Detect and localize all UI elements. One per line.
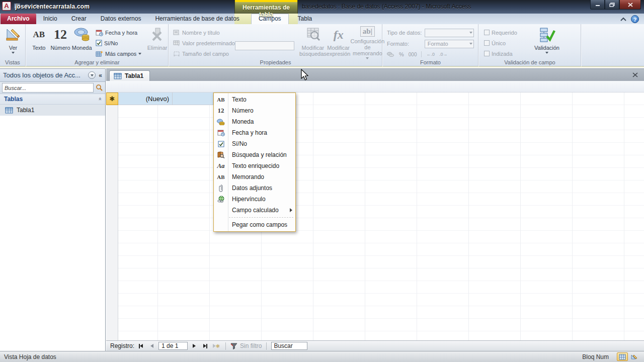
document-close-icon[interactable] xyxy=(631,71,639,79)
tab-archivo[interactable]: Archivo xyxy=(1,14,36,24)
cell-id-new[interactable]: (Nuevo) xyxy=(118,93,173,105)
unico-checkbox[interactable]: Único xyxy=(484,38,530,48)
nav-group-label: Tablas xyxy=(4,96,98,103)
texto-button[interactable]: AB Texto xyxy=(28,24,50,57)
checkbox-icon xyxy=(484,51,490,56)
datasheet-view-button[interactable] xyxy=(617,352,628,361)
tamano-campo-button[interactable]: Tamaño del campo xyxy=(173,48,235,59)
menu-item-fecha-hora[interactable]: Fecha y hora xyxy=(214,127,295,138)
tab-herramientas-bd[interactable]: Herramientas de base de datos xyxy=(148,14,246,24)
window-controls xyxy=(590,0,641,10)
close-button[interactable] xyxy=(619,0,641,10)
minimize-button[interactable] xyxy=(590,0,605,10)
design-view-button[interactable] xyxy=(629,352,640,361)
divider xyxy=(225,342,226,350)
nombre-titulo-label: Nombre y título xyxy=(182,30,220,36)
expression-fx-icon: fx xyxy=(334,26,344,43)
first-record-button[interactable] xyxy=(136,342,145,350)
yes-no-icon xyxy=(214,141,228,147)
new-record-asterisk-icon: ✱ xyxy=(110,95,115,103)
modificar-expresion-button[interactable]: fx Modificar expresión xyxy=(327,24,351,57)
record-position-box[interactable]: 1 de 1 xyxy=(158,342,188,350)
valor-predeterminado-label: Valor predeterminado xyxy=(182,40,235,46)
increase-decimals-icon[interactable]: ←.0 xyxy=(426,52,435,57)
eliminar-label: Eliminar xyxy=(147,45,168,51)
requerido-checkbox[interactable]: Requerido xyxy=(484,27,530,38)
menu-item-moneda[interactable]: Moneda xyxy=(214,116,295,127)
lookup-icon xyxy=(214,151,228,158)
default-value-icon xyxy=(173,40,180,46)
navigation-pane-header[interactable]: Todos los objetos de Acc... « xyxy=(0,69,105,82)
help-icon[interactable]: ? xyxy=(631,15,639,23)
fecha-hora-button[interactable]: Fecha y hora xyxy=(96,27,141,38)
next-record-button[interactable] xyxy=(190,342,199,350)
new-record-button[interactable]: ✱ xyxy=(212,342,221,350)
menu-item-texto-enriquecido[interactable]: Aa Texto enriquecido xyxy=(214,160,295,171)
currency-field-icon xyxy=(73,26,91,43)
validation-icon xyxy=(538,26,555,43)
configuracion-memorando-button[interactable]: ab| Configuración de memorando xyxy=(350,24,384,57)
access-app-icon[interactable]: A xyxy=(2,2,11,11)
menu-item-hipervinculo[interactable]: Hipervínculo xyxy=(214,194,295,205)
menu-item-memorando[interactable]: AB Memorando xyxy=(214,171,295,183)
checkbox-icon xyxy=(484,40,490,46)
group-label-propiedades: Propiedades xyxy=(169,59,382,65)
record-search-input[interactable] xyxy=(271,342,307,350)
menu-item-busqueda-relacion[interactable]: Búsqueda y relación xyxy=(214,149,295,160)
ribbon-group-propiedades: Nombre y título Valor predeterminado Tam… xyxy=(169,24,382,66)
document-tab-strip: Tabla1 xyxy=(106,68,644,81)
thousands-format-icon[interactable]: 000 xyxy=(409,52,417,57)
menu-item-pegar-como-campos[interactable]: Pegar como campos xyxy=(214,219,295,230)
numero-button[interactable]: 12 Número xyxy=(50,24,71,57)
tab-datos-externos[interactable]: Datos externos xyxy=(94,14,148,24)
nombre-titulo-button[interactable]: Nombre y título xyxy=(173,27,235,38)
field-size-icon xyxy=(173,50,180,57)
nav-search-input[interactable] xyxy=(2,83,94,93)
menu-item-campo-calculado[interactable]: Campo calculado xyxy=(214,205,295,216)
search-icon[interactable] xyxy=(96,84,103,92)
previous-record-button[interactable] xyxy=(147,342,156,350)
valor-predeterminado-button[interactable]: Valor predeterminado xyxy=(173,38,235,48)
cell-nombre-new[interactable] xyxy=(173,93,213,105)
decrease-decimals-icon[interactable]: .0→ xyxy=(439,52,448,57)
menu-item-texto[interactable]: AB Texto xyxy=(214,94,295,105)
moneda-button[interactable]: Moneda xyxy=(71,24,93,57)
modificar-busquedas-button[interactable]: Modificar búsquedas xyxy=(299,24,327,57)
eliminar-button[interactable]: Eliminar xyxy=(146,24,168,57)
indizada-checkbox[interactable]: Indizada xyxy=(484,48,530,59)
view-status-label: Vista Hoja de datos xyxy=(4,353,582,360)
formato-combobox[interactable]: Formato xyxy=(425,40,474,48)
nav-item-tabla1[interactable]: Tabla1 xyxy=(0,105,105,116)
tab-crear[interactable]: Crear xyxy=(64,14,94,24)
menu-item-datos-adjuntos[interactable]: Datos adjuntos xyxy=(214,183,295,194)
ver-label: Ver xyxy=(9,45,18,51)
percent-format-icon[interactable]: % xyxy=(399,51,404,57)
last-record-button[interactable] xyxy=(201,342,210,350)
chevron-up-icon[interactable]: » xyxy=(97,98,103,101)
tipo-datos-combobox[interactable] xyxy=(425,29,474,37)
validacion-button[interactable]: Validación xyxy=(530,24,564,57)
filter-toggle-button[interactable]: Sin filtro xyxy=(230,342,262,349)
menu-item-si-no[interactable]: Sí/No xyxy=(214,138,295,149)
divider xyxy=(421,51,422,57)
collapse-ribbon-icon[interactable] xyxy=(620,17,627,22)
datasheet-view-icon xyxy=(619,354,626,360)
document-tab-tabla1[interactable]: Tabla1 xyxy=(109,70,150,81)
nav-group-tablas[interactable]: Tablas » xyxy=(0,94,105,105)
shutter-collapse-icon[interactable]: « xyxy=(99,72,102,79)
menu-item-numero[interactable]: 12 Número xyxy=(214,105,295,116)
date-time-icon xyxy=(96,29,103,36)
field-size-input[interactable] xyxy=(235,41,294,50)
memo-icon: AB xyxy=(214,174,228,180)
mas-campos-button[interactable]: Más campos xyxy=(96,48,141,59)
contextual-tab-group: Herramientas de tabla xyxy=(234,0,298,14)
ver-button[interactable]: Ver xyxy=(0,24,26,57)
datasheet-grid[interactable] xyxy=(106,93,644,340)
restore-button[interactable] xyxy=(605,0,619,10)
new-row-selector[interactable]: ✱ xyxy=(106,93,118,105)
nav-menu-dropdown-icon[interactable] xyxy=(88,71,96,79)
si-no-button[interactable]: Sí/No xyxy=(96,38,141,48)
ribbon-group-validacion: Requerido Único Indizada Validación V xyxy=(479,24,581,66)
yes-no-icon xyxy=(96,40,102,46)
tab-inicio[interactable]: Inicio xyxy=(36,14,64,24)
